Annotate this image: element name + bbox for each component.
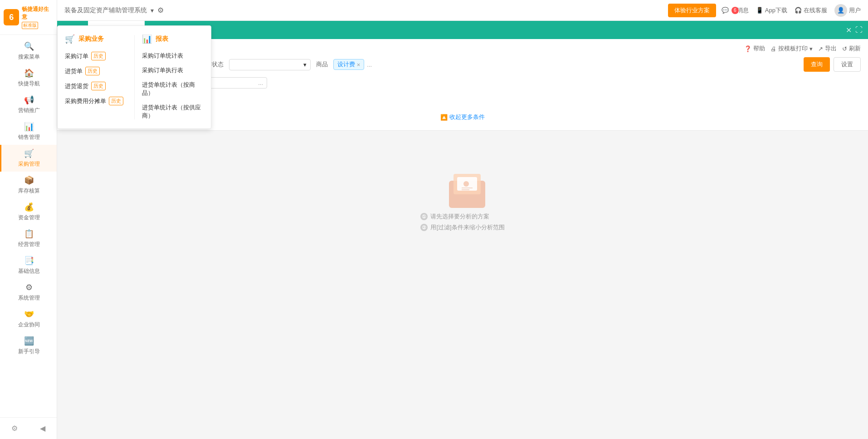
svg-point-3	[463, 181, 469, 187]
dropdown-columns: 🛒 采购业务 采购订单 历史 进货单 历史 进货退货 历史	[58, 31, 211, 123]
export-btn[interactable]: ↗ 导出	[818, 44, 837, 53]
message-icon: 💬	[722, 7, 729, 14]
dropdown-menu: 🛒 采购业务 采购订单 历史 进货单 历史 进货退货 历史	[57, 25, 211, 129]
online-service-btn[interactable]: 🎧 在线客服	[795, 6, 827, 15]
set-btn[interactable]: 设置	[834, 57, 861, 72]
sidebar-menu: 🔍 搜索菜单 🏠 快捷导航 📢 营销推广 📊 销售管理 🛒 采购管理 📦	[0, 35, 57, 417]
collab-icon: 🤝	[24, 309, 34, 319]
query-actions: 查询 设置	[804, 57, 861, 72]
salesperson-more-icon: ...	[258, 79, 263, 86]
logo: 6 畅捷通好生意 标准版	[0, 0, 57, 35]
sidebar-item-basic-info[interactable]: 📑 基础信息	[0, 252, 57, 279]
print-icon: 🖨	[770, 45, 776, 52]
goods-more[interactable]: ...	[367, 61, 372, 68]
basic-info-icon: 📑	[24, 256, 34, 266]
goods-tag-close[interactable]: ×	[357, 61, 361, 68]
system-title: 装备及固定资产辅助管理系统 ▾ ⚙	[64, 6, 663, 15]
tab-bar-right: ✕ ⛶	[846, 26, 868, 35]
logo-text: 畅捷通好生意 标准版	[22, 5, 53, 29]
history-badge-2[interactable]: 历史	[91, 82, 106, 90]
sidebar-footer: ⚙ ◀	[0, 417, 57, 439]
dropdown-item-purchase-return[interactable]: 进货退货 历史	[61, 79, 131, 94]
purchase-icon: 🛒	[24, 148, 34, 158]
empty-state: ① 请先选择要分析的方案 ② 用[过滤]条件来缩小分析范围	[57, 131, 868, 271]
dropdown-item-purchase-order[interactable]: 采购订单 历史	[61, 49, 131, 64]
history-badge-3[interactable]: 历史	[109, 97, 123, 105]
service-icon: 🎧	[795, 7, 802, 14]
notification-btn[interactable]: 💬 6 消息	[722, 6, 749, 15]
chevron-up-icon: 🔼	[440, 114, 448, 121]
toolbar-actions: ❓ 帮助 🖨 按模板打印 ▾ ↗ 导出 ↺	[744, 44, 861, 53]
goods-filter: 设计费 × ...	[333, 59, 372, 70]
marketing-icon: 📢	[24, 95, 34, 105]
sidebar-item-collab[interactable]: 🤝 企业协同	[0, 306, 57, 332]
sidebar-item-purchase[interactable]: 🛒 采购管理	[0, 145, 57, 172]
purchase-header-icon: 🛒	[65, 34, 75, 44]
tab-close-all-btn[interactable]: ✕	[846, 26, 852, 35]
sidebar: 6 畅捷通好生意 标准版 🔍 搜索菜单 🏠 快捷导航 📢 营销推广 📊	[0, 0, 57, 439]
sidebar-item-marketing[interactable]: 📢 营销推广	[0, 91, 57, 118]
logo-icon: 6	[4, 9, 19, 25]
avatar: 👤	[834, 4, 847, 17]
sidebar-item-operations[interactable]: 📋 经营管理	[0, 225, 57, 252]
dropdown-purchase-col: 🛒 采购业务 采购订单 历史 进货单 历史 进货退货 历史	[58, 31, 134, 123]
goods-label: 商品	[316, 60, 328, 69]
refresh-icon: ↺	[842, 45, 847, 52]
help-icon: ❓	[744, 45, 751, 52]
dropdown-arrow-icon[interactable]: ▾	[151, 7, 154, 14]
history-badge-1[interactable]: 历史	[85, 67, 100, 75]
main-content: 装备及固定资产辅助管理系统 ▾ ⚙ 体验行业方案 💬 6 消息 📱 App下载	[57, 0, 868, 439]
top-right-actions: 💬 6 消息 📱 App下载 🎧 在线客服 👤 用户	[722, 4, 861, 17]
inventory-icon: 📦	[24, 175, 34, 185]
sales-icon: 📊	[24, 122, 34, 132]
top-bar: 装备及固定资产辅助管理系统 ▾ ⚙ 体验行业方案 💬 6 消息 📱 App下载	[57, 0, 868, 21]
quick-nav-icon: 🏠	[24, 68, 34, 78]
dropdown-item-report-2[interactable]: 采购订单执行表	[138, 63, 208, 78]
help-btn[interactable]: ❓ 帮助	[744, 44, 765, 53]
dropdown-report-header: 📊 报表	[138, 31, 208, 47]
dropdown-purchase-header: 🛒 采购业务	[61, 31, 131, 47]
user-btn[interactable]: 👤 用户	[834, 4, 861, 17]
sidebar-collapse-btn[interactable]: ◀	[38, 422, 47, 434]
dropdown-item-report-4[interactable]: 进货单统计表（按供应商）	[138, 100, 208, 123]
sidebar-item-system[interactable]: ⚙ 系统管理	[0, 279, 57, 306]
phone-icon: 📱	[756, 7, 763, 14]
goods-tag: 设计费 ×	[333, 59, 365, 70]
sidebar-item-inventory[interactable]: 📦 库存核算	[0, 172, 57, 198]
sidebar-item-quick-nav[interactable]: 🏠 快捷导航	[0, 64, 57, 91]
empty-illustration	[440, 167, 485, 203]
chevron-down-icon: ▾	[303, 61, 307, 68]
history-badge-0[interactable]: 历史	[91, 52, 106, 60]
operations-icon: 📋	[24, 229, 34, 239]
dropdown-item-purchase-in[interactable]: 进货单 历史	[61, 64, 131, 79]
finance-icon: 💰	[24, 202, 34, 212]
sidebar-item-guide[interactable]: 🆕 新手引导	[0, 332, 57, 359]
settings-icon[interactable]: ⚙	[157, 6, 164, 15]
print-dropdown-icon: ▾	[809, 45, 813, 52]
print-template-btn[interactable]: 🖨 按模板打印 ▾	[770, 44, 813, 53]
dropdown-item-purchase-cost[interactable]: 采购费用分摊单 历史	[61, 94, 131, 109]
dropdown-report-col: 📊 报表 采购订单统计表 采购订单执行表 进货单统计表（按商品） 进货单统计表（…	[135, 31, 211, 123]
sidebar-settings-btn[interactable]: ⚙	[10, 422, 20, 434]
hint1-num: ①	[420, 213, 428, 220]
empty-text: ① 请先选择要分析的方案 ② 用[过滤]条件来缩小分析范围	[420, 212, 504, 234]
hint2-num: ②	[420, 224, 428, 231]
sidebar-item-sales[interactable]: 📊 销售管理	[0, 118, 57, 145]
dropdown-item-report-1[interactable]: 采购订单统计表	[138, 49, 208, 63]
voucher-status-select[interactable]: ▾	[229, 59, 311, 70]
report-header-icon: 📊	[142, 34, 152, 44]
query-btn[interactable]: 查询	[804, 57, 830, 72]
system-icon: ⚙	[25, 282, 33, 292]
search-menu-icon: 🔍	[24, 41, 34, 51]
refresh-btn[interactable]: ↺ 刷新	[842, 44, 861, 53]
dropdown-item-report-3[interactable]: 进货单统计表（按商品）	[138, 78, 208, 100]
tab-expand-btn[interactable]: ⛶	[855, 26, 863, 34]
export-icon: ↗	[818, 45, 823, 52]
sidebar-item-finance[interactable]: 💰 资金管理	[0, 198, 57, 225]
app-download-btn[interactable]: 📱 App下载	[756, 6, 787, 15]
guide-icon: 🆕	[24, 336, 34, 346]
industry-btn[interactable]: 体验行业方案	[668, 4, 716, 17]
sidebar-item-search[interactable]: 🔍 搜索菜单	[0, 38, 57, 64]
